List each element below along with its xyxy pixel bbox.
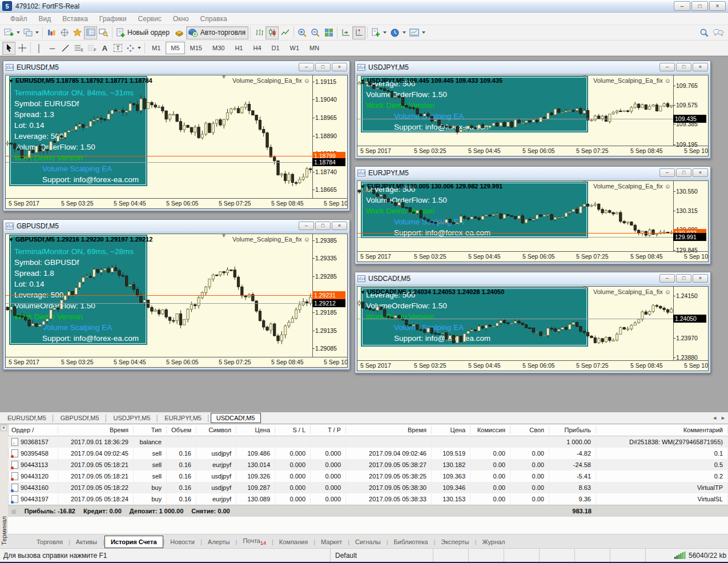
- terminal-tab-Журнал[interactable]: Журнал: [476, 536, 510, 548]
- chart-window-USDCADf[interactable]: USDCADf,M5–□×Leverage: 500VolumeOrderFlo…: [355, 272, 711, 373]
- chart-restore-button[interactable]: □: [676, 274, 691, 283]
- status-profile[interactable]: Default: [330, 549, 433, 562]
- chart-tab-USDJPYf[interactable]: USDJPYf,M5: [108, 413, 155, 423]
- chart-minimize-button[interactable]: –: [659, 168, 675, 177]
- column-header-3[interactable]: Объем: [167, 426, 196, 434]
- chart-shift-button[interactable]: [352, 26, 365, 39]
- periods-button[interactable]: [388, 26, 408, 39]
- new-order-button[interactable]: Новый ордер: [114, 26, 172, 39]
- menu-item-Вставка[interactable]: Вставка: [57, 14, 94, 24]
- timeframe-M30[interactable]: M30: [207, 42, 230, 54]
- column-header-2[interactable]: Тип: [134, 426, 167, 434]
- chart-plot-area[interactable]: Leverage: 500VolumeOrderFlow: 1.50Work D…: [357, 75, 674, 146]
- zoom-in-button[interactable]: [296, 26, 309, 39]
- text-label-tool-button[interactable]: T: [111, 42, 124, 55]
- column-header-6[interactable]: S / L: [275, 426, 311, 434]
- table-row[interactable]: 904431132017.09.05 05:18:21sell0.16eurjp…: [8, 459, 728, 470]
- column-header-8[interactable]: Время: [346, 426, 432, 434]
- chart-minimize-button[interactable]: –: [299, 63, 314, 71]
- chart-restore-button[interactable]: □: [315, 222, 331, 230]
- data-window-button[interactable]: [58, 26, 71, 39]
- chart-tab-EURUSDf[interactable]: EURUSDf,M5: [2, 413, 51, 423]
- menu-item-Файл[interactable]: Файл: [5, 14, 33, 24]
- chart-canvas[interactable]: TerminalMonitor ON, 84ms, ~31msSymbol: E…: [5, 75, 348, 209]
- menu-item-Окно[interactable]: Окно: [167, 14, 195, 24]
- column-header-10[interactable]: Комиссия: [470, 426, 510, 434]
- navigator-button[interactable]: [71, 26, 84, 39]
- chart-close-button[interactable]: ×: [332, 63, 347, 71]
- terminal-close-button[interactable]: ×: [1, 425, 7, 431]
- chart-tab-USDCADf[interactable]: USDCADf,M5: [211, 413, 261, 423]
- market-watch-button[interactable]: [45, 26, 58, 39]
- terminal-tab-Торговля[interactable]: Торговля: [31, 536, 69, 548]
- strategy-tester-button[interactable]: [97, 26, 110, 39]
- window-maximize-button[interactable]: □: [691, 1, 708, 11]
- chart-minimize-button[interactable]: –: [299, 222, 314, 230]
- vertical-line-tool-button[interactable]: │: [33, 42, 46, 55]
- chart-titlebar[interactable]: USDCADf,M5–□×: [355, 272, 710, 285]
- text-tool-button[interactable]: A: [98, 42, 111, 55]
- chart-window-EURUSDf[interactable]: EURUSDf,M5–□×TerminalMonitor ON, 84ms, ~…: [3, 61, 350, 211]
- chart-tab-GBPUSDf[interactable]: GBPUSDf,M5: [55, 413, 104, 423]
- terminal-tab-Компания[interactable]: Компания: [273, 536, 313, 548]
- timeframe-H4[interactable]: H4: [248, 42, 266, 54]
- price-scale[interactable]: 109.765109.575109.385109.195109.435: [673, 75, 708, 146]
- indicators-button[interactable]: [369, 26, 388, 39]
- timeframe-D1[interactable]: D1: [267, 42, 285, 54]
- column-header-4[interactable]: Символ: [196, 426, 236, 434]
- chart-close-button[interactable]: ×: [693, 274, 708, 283]
- chart-line-button[interactable]: [279, 26, 292, 39]
- time-axis[interactable]: 5 Sep 20175 Sep 03:255 Sep 04:455 Sep 06…: [357, 146, 708, 156]
- table-row[interactable]: 904431202017.09.05 05:18:21sell0.16usdjp…: [8, 470, 728, 482]
- column-header-9[interactable]: Цена: [432, 426, 470, 434]
- timeframe-H1[interactable]: H1: [230, 42, 248, 54]
- chart-window-USDJPYf[interactable]: USDJPYf,M5–□×Leverage: 500VolumeOrderFlo…: [355, 61, 711, 159]
- timeframe-M1[interactable]: M1: [147, 42, 166, 54]
- arrows-tool-button[interactable]: [124, 42, 143, 55]
- chart-plot-area[interactable]: Leverage: 500VolumeOrderFlow: 1.50Work D…: [357, 181, 674, 252]
- chart-bars-button[interactable]: [252, 26, 266, 39]
- chart-tab-scroll-arrows[interactable]: ◄►: [712, 415, 726, 421]
- column-header-11[interactable]: Своп: [510, 426, 549, 434]
- chart-plot-area[interactable]: TerminalMonitor ON, 69ms, ~28msSymbol: G…: [6, 234, 313, 357]
- timeframe-M15[interactable]: M15: [185, 42, 207, 54]
- scroll-left-icon[interactable]: ◄: [712, 415, 717, 421]
- chat-button[interactable]: [711, 26, 726, 39]
- price-scale[interactable]: 1.293851.293351.292851.291851.291351.290…: [312, 234, 347, 357]
- terminal-tab-Библиотека[interactable]: Библиотека: [388, 536, 434, 548]
- table-row[interactable]: 903954582017.09.04 09:02:45sell0.16usdjp…: [8, 448, 728, 459]
- auto-scroll-button[interactable]: [339, 26, 352, 39]
- terminal-tab-Почта[interactable]: Почта14: [237, 534, 272, 549]
- chart-titlebar[interactable]: EURUSDf,M5–□×: [3, 61, 349, 74]
- chart-restore-button[interactable]: □: [676, 63, 691, 71]
- column-header-0[interactable]: Ордер /: [8, 426, 58, 434]
- timeframe-MN[interactable]: MN: [304, 42, 324, 54]
- window-close-button[interactable]: ×: [709, 1, 726, 11]
- chart-plot-area[interactable]: TerminalMonitor ON, 84ms, ~31msSymbol: E…: [6, 75, 313, 199]
- profiles-button[interactable]: [22, 26, 41, 39]
- timeframe-M5[interactable]: M5: [166, 42, 184, 54]
- chart-restore-button[interactable]: □: [676, 168, 691, 177]
- zoom-out-button[interactable]: [309, 26, 322, 39]
- chart-canvas[interactable]: Leverage: 500VolumeOrderFlow: 1.50Work D…: [357, 286, 709, 371]
- fibonacci-tool-button[interactable]: E: [72, 42, 85, 55]
- timeframe-W1[interactable]: W1: [285, 42, 305, 54]
- auto-trading-button[interactable]: Авто-торговля: [186, 26, 248, 39]
- column-header-13[interactable]: Комментарий: [596, 426, 728, 434]
- terminal-tab-Эксперты[interactable]: Эксперты: [435, 536, 474, 548]
- crosshair-tool-button[interactable]: [15, 42, 29, 55]
- horizontal-line-tool-button[interactable]: ─: [46, 42, 59, 55]
- chart-titlebar[interactable]: USDJPYf,M5–□×: [355, 61, 710, 74]
- menu-item-Вид[interactable]: Вид: [33, 14, 57, 24]
- chart-canvas[interactable]: Leverage: 500VolumeOrderFlow: 1.50Work D…: [357, 75, 709, 156]
- menu-item-Справка[interactable]: Справка: [195, 14, 233, 24]
- menu-item-Графики[interactable]: Графики: [94, 14, 132, 24]
- history-table-header[interactable]: Ордер /ВремяТипОбъемСимволЦенаS / LT / P…: [8, 424, 728, 436]
- terminal-panel-button[interactable]: [84, 26, 97, 39]
- chart-plot-area[interactable]: Leverage: 500VolumeOrderFlow: 1.50Work D…: [357, 287, 674, 361]
- chart-canvas[interactable]: TerminalMonitor ON, 69ms, ~28msSymbol: G…: [5, 234, 348, 368]
- column-header-7[interactable]: T / P: [311, 426, 346, 434]
- price-scale[interactable]: 130.550130.315130.080129.845130.022129.9…: [673, 181, 708, 252]
- time-axis[interactable]: 5 Sep 20175 Sep 03:255 Sep 04:455 Sep 06…: [357, 360, 708, 371]
- terminal-tab-Новости[interactable]: Новости: [164, 536, 200, 548]
